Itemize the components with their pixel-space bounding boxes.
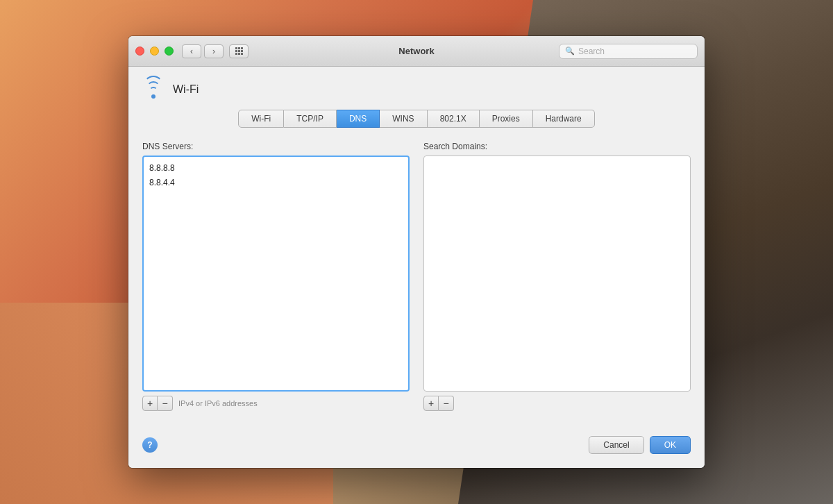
dns-servers-list[interactable]: 8.8.8.8 8.8.4.4: [142, 156, 410, 392]
dns-hint-text: IPv4 or IPv6 addresses: [178, 399, 258, 408]
search-icon: 🔍: [565, 47, 575, 56]
dns-servers-label: DNS Servers:: [142, 142, 410, 151]
window-title: Network: [398, 46, 434, 56]
tab-wifi[interactable]: Wi-Fi: [238, 110, 284, 128]
tab-hardware[interactable]: Hardware: [533, 110, 595, 128]
titlebar: ‹ › Network 🔍 Search: [128, 36, 705, 67]
tab-wins[interactable]: WINS: [380, 110, 427, 128]
tab-proxies[interactable]: Proxies: [480, 110, 533, 128]
tab-dns[interactable]: DNS: [337, 110, 380, 128]
back-icon: ‹: [190, 47, 193, 56]
forward-button[interactable]: ›: [204, 44, 224, 58]
search-domains-label: Search Domains:: [423, 142, 691, 151]
remove-domain-button[interactable]: −: [439, 396, 454, 411]
dns-servers-column: DNS Servers: 8.8.8.8 8.8.4.4 + − IPv4 or…: [142, 142, 410, 411]
dns-columns: DNS Servers: 8.8.8.8 8.8.4.4 + − IPv4 or…: [142, 142, 691, 411]
maximize-button[interactable]: [165, 47, 174, 56]
help-button[interactable]: ?: [142, 437, 158, 453]
ok-button[interactable]: OK: [650, 436, 691, 454]
bottom-bar: ? Cancel OK: [128, 425, 705, 468]
dns-servers-controls: + − IPv4 or IPv6 addresses: [142, 396, 410, 411]
search-placeholder: Search: [578, 47, 605, 56]
grid-icon: [235, 47, 243, 55]
content-area: Wi-Fi Wi-Fi TCP/IP DNS WINS 802.1X Proxi…: [128, 67, 705, 425]
close-button[interactable]: [135, 47, 144, 56]
cancel-button[interactable]: Cancel: [589, 436, 643, 454]
list-item: 8.8.4.4: [148, 176, 404, 190]
add-domain-button[interactable]: +: [423, 396, 439, 411]
action-buttons: Cancel OK: [589, 436, 691, 454]
window-controls: [135, 47, 174, 56]
search-domains-controls: + −: [423, 396, 691, 411]
forward-icon: ›: [212, 47, 215, 56]
tab-8021x[interactable]: 802.1X: [428, 110, 480, 128]
service-header: Wi-Fi: [142, 81, 691, 99]
search-bar[interactable]: 🔍 Search: [559, 44, 698, 59]
grid-button[interactable]: [229, 44, 249, 58]
nav-buttons: ‹ ›: [182, 44, 224, 58]
minimize-button[interactable]: [150, 47, 159, 56]
search-domains-list[interactable]: [423, 156, 691, 392]
network-window: ‹ › Network 🔍 Search: [128, 36, 705, 468]
remove-dns-button[interactable]: −: [158, 396, 173, 411]
search-domains-column: Search Domains: + −: [423, 142, 691, 411]
list-item: 8.8.8.8: [148, 161, 404, 176]
back-button[interactable]: ‹: [182, 44, 201, 58]
service-name: Wi-Fi: [173, 83, 199, 96]
wifi-icon: [142, 81, 165, 99]
tab-tcpip[interactable]: TCP/IP: [284, 110, 337, 128]
tabs-bar: Wi-Fi TCP/IP DNS WINS 802.1X Proxies Har…: [142, 110, 691, 128]
add-dns-button[interactable]: +: [142, 396, 158, 411]
